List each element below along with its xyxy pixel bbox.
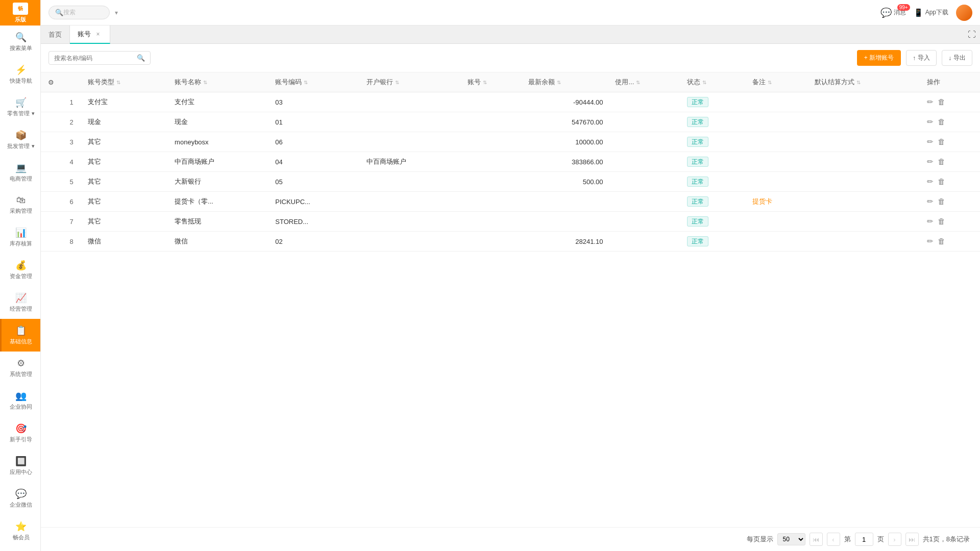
- sidebar-item-4[interactable]: 💻电商管理: [0, 156, 40, 189]
- status-badge-2: 正常: [687, 137, 708, 147]
- row-status-3: 正常: [681, 152, 746, 172]
- sidebar-item-12[interactable]: 🎯新手引导: [0, 417, 40, 449]
- sidebar-item-10[interactable]: ⚙系统管理: [0, 352, 40, 384]
- page-label-before: 第: [844, 535, 851, 544]
- add-account-button[interactable]: + 新增账号: [857, 50, 901, 66]
- row-settings-2: [41, 132, 61, 152]
- user-avatar[interactable]: [956, 5, 972, 21]
- row-type-0: 支付宝: [82, 92, 168, 112]
- delete-button-1[interactable]: 🗑: [938, 117, 945, 127]
- sidebar-label-13: 应用中心: [10, 468, 32, 476]
- sidebar-item-1[interactable]: ⚡快捷导航: [0, 58, 40, 91]
- next-page-button[interactable]: ›: [888, 533, 901, 546]
- col-header-status[interactable]: 状态⇅: [681, 72, 746, 92]
- delete-button-3[interactable]: 🗑: [938, 157, 945, 166]
- page-number-input[interactable]: [855, 533, 873, 546]
- tab-close-1[interactable]: ×: [94, 30, 102, 38]
- message-button[interactable]: 💬 消息 99+: [880, 7, 906, 18]
- delete-button-4[interactable]: 🗑: [938, 177, 945, 186]
- prev-page-button[interactable]: ‹: [827, 533, 840, 546]
- app-download-button[interactable]: 📱 App下载: [914, 8, 948, 17]
- col-header-bank[interactable]: 开户银行⇅: [360, 72, 461, 92]
- sidebar-item-13[interactable]: 🔲应用中心: [0, 449, 40, 482]
- delete-button-6[interactable]: 🗑: [938, 217, 945, 226]
- row-account-5: [461, 192, 523, 212]
- row-status-2: 正常: [681, 132, 746, 152]
- col-label-default_payment: 默认结算方式: [815, 78, 854, 86]
- delete-button-7[interactable]: 🗑: [938, 237, 945, 246]
- settings-icon[interactable]: ⚙: [48, 79, 54, 86]
- row-code-6: STORED...: [269, 212, 360, 232]
- export-button[interactable]: ↓ 导出: [942, 50, 972, 66]
- sidebar-item-9[interactable]: 📋基础信息: [0, 319, 40, 352]
- row-actions-1: ✏ 🗑: [921, 112, 980, 132]
- sort-icon-bank: ⇅: [395, 80, 399, 85]
- sidebar-label-1: 快捷导航: [10, 77, 32, 85]
- search-icon[interactable]: 🔍: [137, 54, 145, 62]
- delete-button-0[interactable]: 🗑: [938, 97, 945, 107]
- table-row: 8微信微信0228241.10正常 ✏ 🗑: [41, 232, 980, 252]
- row-balance-7: 28241.10: [522, 232, 609, 252]
- sort-icon-default_payment: ⇅: [856, 80, 861, 85]
- col-header-name[interactable]: 账号名称⇅: [168, 72, 269, 92]
- first-page-button[interactable]: ⏮: [810, 533, 823, 546]
- page-size-select[interactable]: 50 20 100: [777, 533, 805, 545]
- col-header-note[interactable]: 备注⇅: [746, 72, 808, 92]
- sidebar-item-14[interactable]: 💬企业微信: [0, 482, 40, 515]
- row-default-payment-7: [808, 232, 921, 252]
- table-row: 1支付宝支付宝03-90444.00正常 ✏ 🗑: [41, 92, 980, 112]
- row-name-5: 提货卡（零...: [168, 192, 269, 212]
- page-label-after: 页: [877, 535, 884, 544]
- col-header-type[interactable]: 账号类型⇅: [82, 72, 168, 92]
- sidebar-item-5[interactable]: 🛍采购管理: [0, 189, 40, 221]
- sidebar-item-8[interactable]: 📈经营管理: [0, 286, 40, 319]
- edit-button-7[interactable]: ✏: [927, 237, 934, 246]
- tab-0[interactable]: 首页: [41, 26, 70, 44]
- status-badge-1: 正常: [687, 117, 708, 127]
- last-page-button[interactable]: ⏭: [905, 533, 919, 546]
- app-logo[interactable]: 畅 乐版: [0, 0, 40, 26]
- tab-bar: 首页账号× ⛶: [41, 26, 980, 44]
- table-row: 4其它中百商场账户04中百商场账户383866.00正常 ✏ 🗑: [41, 152, 980, 172]
- col-header-balance[interactable]: 最新余额⇅: [522, 72, 609, 92]
- col-header-account[interactable]: 账号⇅: [461, 72, 523, 92]
- row-settings-6: [41, 212, 61, 232]
- app-version: 乐版: [15, 16, 26, 23]
- col-label-bank: 开户银行: [366, 78, 393, 86]
- sidebar-item-6[interactable]: 📊库存核算: [0, 221, 40, 254]
- row-balance-0: -90444.00: [522, 92, 609, 112]
- edit-button-6[interactable]: ✏: [927, 217, 934, 226]
- tab-expand-icon[interactable]: ⛶: [968, 30, 976, 39]
- sidebar-label-8: 经营管理: [10, 305, 32, 313]
- edit-button-5[interactable]: ✏: [927, 197, 934, 206]
- edit-button-3[interactable]: ✏: [927, 157, 934, 166]
- row-usage-3: [609, 152, 681, 172]
- delete-button-5[interactable]: 🗑: [938, 197, 945, 206]
- sidebar-item-7[interactable]: 💰资金管理: [0, 254, 40, 286]
- row-actions-0: ✏ 🗑: [921, 92, 980, 112]
- row-note-2: [746, 132, 808, 152]
- col-label-code: 账号编码: [275, 78, 302, 86]
- sidebar-item-3[interactable]: 📦批发管理 ▾: [0, 123, 40, 156]
- sidebar-item-0[interactable]: 🔍搜索菜单: [0, 26, 40, 58]
- import-button[interactable]: ↑ 导入: [906, 50, 937, 66]
- col-header-code[interactable]: 账号编码⇅: [269, 72, 360, 92]
- edit-button-2[interactable]: ✏: [927, 137, 934, 146]
- search-box[interactable]: 🔍: [48, 51, 151, 65]
- row-usage-7: [609, 232, 681, 252]
- col-header-usage[interactable]: 使用...⇅: [609, 72, 681, 92]
- edit-button-0[interactable]: ✏: [927, 97, 934, 107]
- header-dropdown-arrow[interactable]: ▾: [115, 9, 118, 16]
- edit-button-1[interactable]: ✏: [927, 117, 934, 127]
- sidebar-item-11[interactable]: 👥企业协同: [0, 384, 40, 417]
- main-content: 🔍 搜索 ▾ 💬 消息 99+ 📱 App下载 首页账号× ⛶: [41, 0, 980, 551]
- sidebar-item-2[interactable]: 🛒零售管理 ▾: [0, 91, 40, 123]
- tab-label-1: 账号: [78, 30, 91, 39]
- search-input[interactable]: [54, 55, 134, 62]
- sidebar-item-15[interactable]: ⭐畅会员: [0, 515, 40, 547]
- delete-button-2[interactable]: 🗑: [938, 137, 945, 146]
- col-header-default_payment[interactable]: 默认结算方式⇅: [808, 72, 921, 92]
- edit-button-4[interactable]: ✏: [927, 177, 934, 186]
- tab-1[interactable]: 账号×: [70, 26, 110, 44]
- row-type-6: 其它: [82, 212, 168, 232]
